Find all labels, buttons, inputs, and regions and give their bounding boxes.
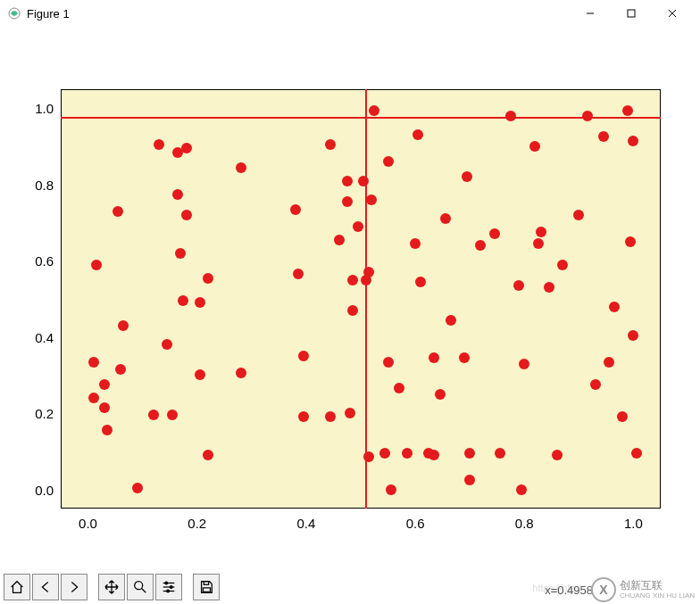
- scatter-point: [544, 282, 554, 293]
- scatter-point: [459, 352, 470, 363]
- brand-badge: X 创新互联 CHUANG XIN HU LIAN: [591, 577, 695, 602]
- scatter-point: [115, 364, 126, 375]
- scatter-point: [536, 227, 546, 237]
- minimize-button[interactable]: [570, 0, 611, 27]
- scatter-point: [363, 267, 374, 277]
- forward-button[interactable]: [61, 574, 88, 600]
- zoom-button[interactable]: [127, 574, 154, 600]
- scatter-point: [112, 206, 123, 217]
- scatter-point: [435, 389, 446, 400]
- scatter-point: [236, 368, 246, 378]
- scatter-point: [552, 450, 562, 460]
- scatter-point: [88, 393, 99, 403]
- scatter-point: [617, 411, 628, 422]
- scatter-point: [604, 357, 614, 368]
- y-tick-label: 0.4: [35, 329, 54, 344]
- scatter-point: [475, 240, 486, 251]
- scatter-point: [628, 330, 638, 341]
- svg-point-11: [170, 586, 172, 589]
- scatter-point: [298, 411, 309, 422]
- scatter-point: [353, 221, 363, 232]
- scatter-point: [293, 269, 304, 279]
- home-button[interactable]: [4, 574, 30, 600]
- scatter-point: [631, 448, 642, 459]
- scatter-point: [91, 260, 102, 270]
- brand-name: 创新互联: [620, 580, 695, 592]
- scatter-point: [513, 280, 524, 291]
- scatter-point: [132, 483, 143, 493]
- scatter-point: [342, 176, 353, 186]
- x-tick-label: 0.4: [296, 516, 315, 531]
- scatter-point: [178, 295, 188, 306]
- scatter-point: [495, 448, 505, 459]
- scatter-point: [203, 450, 213, 460]
- svg-rect-14: [203, 588, 210, 592]
- scatter-point: [519, 359, 529, 369]
- scatter-point: [347, 305, 358, 316]
- scatter-point: [334, 235, 345, 245]
- scatter-point: [148, 410, 159, 420]
- figure-canvas[interactable]: 0.00.20.40.60.81.00.00.20.40.60.81.0: [0, 27, 700, 571]
- back-button[interactable]: [32, 574, 59, 600]
- scatter-point: [625, 236, 636, 247]
- y-tick-label: 0.8: [35, 177, 54, 192]
- scatter-point: [167, 410, 178, 420]
- configure-button[interactable]: [155, 574, 182, 600]
- maximize-button[interactable]: [611, 0, 652, 27]
- scatter-point: [369, 105, 379, 116]
- scatter-point: [533, 238, 544, 249]
- scatter-point: [412, 129, 423, 140]
- scatter-point: [172, 189, 183, 200]
- scatter-point: [590, 379, 601, 390]
- y-tick-label: 0.0: [35, 482, 54, 497]
- scatter-point: [181, 143, 192, 153]
- scatter-point: [386, 484, 396, 495]
- scatter-point: [410, 238, 421, 249]
- y-tick-label: 0.6: [35, 253, 54, 269]
- scatter-point: [394, 383, 404, 393]
- scatter-point: [573, 210, 584, 220]
- x-tick-label: 0.8: [515, 516, 534, 531]
- plot-area: [61, 89, 661, 509]
- scatter-point: [154, 139, 164, 150]
- x-tick-label: 0.6: [406, 516, 425, 531]
- x-tick-label: 0.0: [79, 516, 97, 531]
- pan-button[interactable]: [98, 574, 125, 600]
- scatter-point: [529, 141, 540, 152]
- scatter-point: [195, 297, 205, 308]
- svg-point-10: [165, 582, 168, 584]
- scatter-point: [345, 408, 355, 418]
- crosshair-horizontal: [61, 117, 661, 119]
- scatter-point: [366, 194, 377, 205]
- scatter-point: [290, 204, 301, 215]
- scatter-point: [440, 213, 451, 224]
- scatter-point: [402, 448, 412, 459]
- x-tick-label: 0.2: [188, 516, 206, 531]
- scatter-point: [379, 448, 390, 459]
- matplotlib-toolbar: [4, 572, 220, 602]
- scatter-point: [99, 402, 110, 413]
- scatter-point: [118, 320, 129, 331]
- y-tick-label: 1.0: [35, 101, 54, 116]
- scatter-point: [609, 302, 620, 312]
- svg-line-6: [142, 589, 146, 593]
- scatter-point: [598, 131, 609, 142]
- scatter-point: [446, 315, 456, 326]
- scatter-point: [102, 425, 112, 435]
- scatter-point: [298, 351, 309, 361]
- scatter-point: [505, 111, 516, 121]
- close-button[interactable]: [652, 0, 693, 27]
- scatter-point: [99, 379, 110, 390]
- scatter-point: [462, 171, 472, 182]
- window-title: Figure 1: [27, 7, 70, 21]
- scatter-point: [347, 275, 358, 285]
- scatter-point: [582, 111, 593, 121]
- scatter-point: [383, 357, 394, 368]
- scatter-point: [429, 450, 439, 460]
- scatter-point: [628, 136, 638, 146]
- save-button[interactable]: [193, 574, 220, 600]
- cursor-status: x=0.4958: [545, 583, 593, 597]
- scatter-point: [383, 156, 394, 167]
- scatter-point: [181, 210, 192, 220]
- scatter-point: [622, 105, 633, 116]
